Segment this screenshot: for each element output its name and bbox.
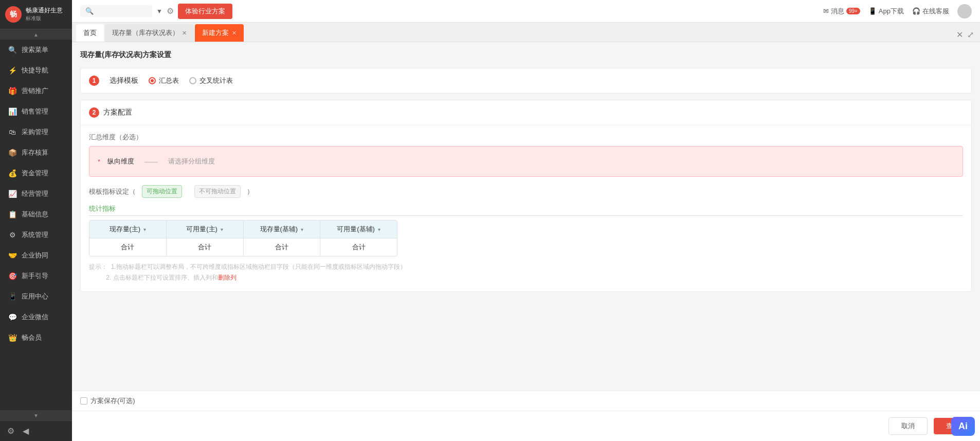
tabbar: 首页 现存量（库存状况表） ✕ 新建方案 ✕ ✕ ⤢ <box>72 23 980 42</box>
action-buttons: 取消 查询 <box>72 411 980 441</box>
radio-summary-label: 汇总表 <box>159 76 179 85</box>
stats-title: 统计指标 <box>89 204 963 216</box>
search-input[interactable] <box>97 8 138 15</box>
sidebar-item-search[interactable]: 🔍 搜索菜单 <box>0 40 72 60</box>
stats-header-cell-0[interactable]: 现存量(主)▾ <box>89 220 167 238</box>
tab-home[interactable]: 首页 <box>76 24 104 42</box>
topbar-right: ✉ 消息 99+ 📱 App下载 🎧 在线客服 <box>823 4 972 19</box>
cooperation-icon: 🤝 <box>7 250 17 261</box>
sidebar-item-purchase[interactable]: 🛍 采购管理 <box>0 122 72 142</box>
sidebar-item-label-purchase: 采购管理 <box>22 127 48 137</box>
stats-header-cell-1[interactable]: 可用量(主)▾ <box>167 220 244 238</box>
sidebar-item-inventory-check[interactable]: 📦 库存核算 <box>0 142 72 163</box>
tab-actions: ✕ ⤢ <box>954 28 980 42</box>
chevron-down-icon-2: ▾ <box>301 227 303 232</box>
sidebar-item-new-guide[interactable]: 🎯 新手引导 <box>0 266 72 286</box>
member-icon: 👑 <box>7 333 17 343</box>
sidebar-item-member[interactable]: 👑 畅会员 <box>0 327 72 348</box>
tab-expand-icon[interactable]: ⤢ <box>965 28 976 42</box>
sidebar-item-label-cooperation: 企业协同 <box>22 251 48 260</box>
topbar: 🔍 ▼ ⚙ 体验行业方案 ✉ 消息 99+ 📱 App下载 🎧 在线客服 <box>72 0 980 23</box>
sidebar-item-label-basic-info: 基础信息 <box>22 210 48 219</box>
save-checkbox[interactable] <box>80 397 87 405</box>
app-center-icon: 📱 <box>7 291 17 302</box>
inventory-check-icon: 📦 <box>7 148 17 158</box>
search-box[interactable]: 🔍 <box>80 5 152 17</box>
bottom-bar: 方案保存(可选) <box>72 391 980 411</box>
tab-inventory-close[interactable]: ✕ <box>182 30 187 36</box>
app-logo-icon: 畅 <box>5 6 22 23</box>
section1-card: 1 选择模板 汇总表 交叉统计表 <box>80 68 972 94</box>
hint-text-2: 2. 点击标题栏下拉可设置排序、插入列和删除列 <box>89 273 963 282</box>
online-service-item[interactable]: 🎧 在线客服 <box>912 7 949 16</box>
cancel-button[interactable]: 取消 <box>888 417 928 435</box>
dropdown-button[interactable]: ▼ <box>156 8 162 15</box>
sidebar-item-label-enterprise-wechat: 企业微信 <box>22 313 48 322</box>
chevron-down-icon-1: ▾ <box>221 227 223 232</box>
tab-new-scheme[interactable]: 新建方案 ✕ <box>195 24 244 42</box>
radio-summary[interactable]: 汇总表 <box>149 76 179 85</box>
message-item[interactable]: ✉ 消息 99+ <box>823 7 860 16</box>
sidebar-item-cooperation[interactable]: 🤝 企业协同 <box>0 245 72 266</box>
page-title: 现存量(库存状况表)方案设置 <box>80 50 972 60</box>
app-version: 标准版 <box>26 15 63 22</box>
app-name: 畅康通好生意 <box>26 7 63 15</box>
tab-new-scheme-label: 新建方案 <box>202 28 229 38</box>
user-avatar[interactable] <box>957 4 972 19</box>
draggable-tag: 可拖动位置 <box>142 185 182 198</box>
sidebar-scroll-down[interactable]: ▼ <box>0 410 72 420</box>
indicator-setting-label: 模板指标设定（ <box>89 187 136 196</box>
stats-data-row: 合计合计合计合计 <box>89 238 397 256</box>
indicator-setting: 模板指标设定（ 可拖动位置 不可拖动位置 ） <box>89 185 963 198</box>
topbar-left: 🔍 ▼ ⚙ 体验行业方案 <box>80 4 817 19</box>
sidebar-scroll-up[interactable]: ▲ <box>0 29 72 40</box>
finance-icon: 💰 <box>7 168 17 178</box>
radio-summary-btn[interactable] <box>149 77 156 84</box>
sidebar-item-marketing[interactable]: 🎁 营销推广 <box>0 81 72 101</box>
section2-header: 2 方案配置 <box>81 100 971 125</box>
tab-close-icon[interactable]: ✕ <box>954 28 965 42</box>
stats-header-cell-2[interactable]: 现存量(基辅)▾ <box>244 220 321 238</box>
sidebar-item-basic-info[interactable]: 📋 基础信息 <box>0 204 72 225</box>
app-download-label: App下载 <box>879 7 904 16</box>
sidebar-item-sales[interactable]: 📊 销售管理 <box>0 101 72 122</box>
sidebar-item-label-inventory-check: 库存核算 <box>22 148 48 157</box>
online-service-label: 在线客服 <box>922 7 949 16</box>
search-icon: 🔍 <box>85 7 94 15</box>
template-options: 1 选择模板 汇总表 交叉统计表 <box>81 68 971 93</box>
hint-text-1: 提示： 1.拖动标题栏可以调整布局，不可跨维度或指标区域拖动栏目字段（只能在同一… <box>89 263 963 271</box>
sidebar-item-label-marketing: 营销推广 <box>22 86 48 96</box>
sidebar-item-management[interactable]: 📈 经营管理 <box>0 183 72 204</box>
sidebar-item-label-management: 经营管理 <box>22 189 48 198</box>
gear-icon[interactable]: ⚙ <box>167 6 174 16</box>
indicator-closing: ） <box>247 187 253 196</box>
vertical-dimension-label: 纵向维度 <box>107 157 134 166</box>
sidebar-item-enterprise-wechat[interactable]: 💬 企业微信 <box>0 307 72 327</box>
section2-card: 2 方案配置 汇总维度（必选） * 纵向维度 —— 请选择分组维度 模板指标设定… <box>80 100 972 292</box>
basic-info-icon: 📋 <box>7 209 17 219</box>
sidebar-item-label-search: 搜索菜单 <box>22 45 48 54</box>
trial-button[interactable]: 体验行业方案 <box>178 4 232 19</box>
radio-cross-btn[interactable] <box>189 77 196 84</box>
mobile-icon: 📱 <box>868 7 877 15</box>
dimension-area[interactable]: * 纵向维度 —— 请选择分组维度 <box>89 146 963 177</box>
tab-new-scheme-close[interactable]: ✕ <box>232 30 237 36</box>
stats-header-row: 现存量(主)▾可用量(主)▾现存量(基辅)▾可用量(基辅)▾ <box>89 220 397 238</box>
sidebar-logo: 畅 畅康通好生意 标准版 <box>0 0 72 29</box>
tab-inventory[interactable]: 现存量（库存状况表） ✕ <box>105 24 194 42</box>
quick-nav-icon: ⚡ <box>7 65 17 76</box>
sidebar-item-finance[interactable]: 💰 资金管理 <box>0 163 72 183</box>
collapse-icon[interactable]: ◀ <box>23 426 29 436</box>
stats-header-cell-3[interactable]: 可用量(基辅)▾ <box>320 220 397 238</box>
sidebar-item-quick-nav[interactable]: ⚡ 快捷导航 <box>0 60 72 81</box>
app-download-item[interactable]: 📱 App下载 <box>868 7 904 16</box>
settings-icon[interactable]: ⚙ <box>7 426 14 436</box>
sidebar-item-app-center[interactable]: 📱 应用中心 <box>0 286 72 307</box>
radio-cross[interactable]: 交叉统计表 <box>189 76 233 85</box>
marketing-icon: 🎁 <box>7 86 17 96</box>
stats-data-cell-2: 合计 <box>244 238 321 256</box>
ai-badge[interactable]: Ai <box>951 417 975 436</box>
stats-section: 统计指标 现存量(主)▾可用量(主)▾现存量(基辅)▾可用量(基辅)▾ 合计合计… <box>89 204 963 256</box>
sidebar-item-system[interactable]: ⚙ 系统管理 <box>0 225 72 245</box>
content-area: 现存量(库存状况表)方案设置 1 选择模板 汇总表 交叉统计表 2 方案配置 <box>72 42 980 391</box>
